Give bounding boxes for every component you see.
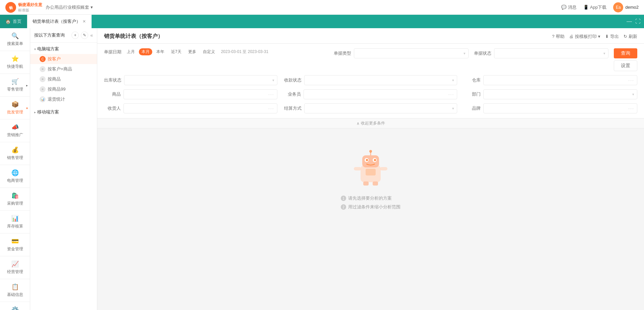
settle-label: 结算方式: [284, 105, 302, 111]
more-icon: ···: [268, 106, 274, 111]
download-icon: 📱: [583, 5, 589, 10]
tab-bar: 🏠 首页 销货单统计表（按客户） ✕ — ⛶: [0, 15, 644, 28]
type-label: 单据类型: [334, 50, 351, 56]
tab-window-controls: — ⛶: [623, 18, 644, 24]
refresh-icon: ↻: [624, 34, 627, 39]
close-icon[interactable]: ✕: [83, 19, 86, 24]
date-range-display: 2023-03-01 至 2023-03-31: [221, 49, 268, 55]
sidebar-item-finance[interactable]: 💳 资金管理: [0, 234, 30, 256]
status-label: 单据状态: [474, 50, 491, 56]
page-header: 销货单统计表（按客户） ? 帮助 🖨 按模板打印 ▾ ⬇ 导出: [97, 28, 644, 44]
more-icon: ···: [628, 78, 634, 83]
ecom-icon: 🌐: [11, 169, 19, 176]
date-tabs: 上月 本月 本年 近7天 更多 自定义 2023-03-01 至 2023-03…: [124, 48, 268, 55]
salesperson-select[interactable]: ···: [304, 89, 458, 99]
dept-filter: 部门 ▾: [464, 89, 637, 99]
tree-item-customer-goods[interactable]: ≡ 按客户+商品: [30, 64, 97, 74]
sidebar-item-basic[interactable]: 📋 基础信息: [0, 279, 30, 302]
status-select[interactable]: ▾: [494, 48, 608, 58]
sidebar-item-inventory[interactable]: 📊 库存核算: [0, 211, 30, 234]
collect-status-select[interactable]: ▾: [304, 75, 458, 85]
sidebar-item-ecom[interactable]: 🌐 电商管理: [0, 165, 30, 188]
chevron-down-icon: ▾: [272, 78, 274, 83]
sidebar-item-search[interactable]: 🔍 搜索菜单: [0, 28, 30, 51]
tree-item-by-customer[interactable]: C 按客户: [30, 54, 97, 64]
query-button[interactable]: 查询: [614, 48, 637, 58]
marketing-icon: 📣: [11, 123, 19, 131]
main-layout: 🔍 搜索菜单 ⭐ 快捷导航 🛒 零售管理 ▸ 📦 批发管理 ▾ 📣 营销推广 💰…: [0, 28, 644, 310]
date-filter-group: 单据日期 上月 本月 本年 近7天 更多 自定义 2023-03-01 至 20…: [104, 48, 328, 55]
tree-mobile-section: ▸ 移动端方案: [30, 106, 97, 118]
date-tab-7days[interactable]: 近7天: [168, 48, 184, 55]
receiver-select[interactable]: ···: [123, 103, 277, 113]
empty-tip-1: 1 请先选择要分析的方案: [341, 195, 400, 201]
logo-sub-text: 标准版: [18, 8, 42, 13]
tree-pc-header[interactable]: ▾ 电脑端方案: [30, 44, 97, 54]
refresh-button[interactable]: ↻ 刷新: [624, 34, 637, 40]
app-download-button[interactable]: 📱 App下载: [583, 4, 606, 10]
sidebar-item-quick-nav[interactable]: ⭐ 快捷导航: [0, 51, 30, 74]
tab-sales-stat[interactable]: 销货单统计表（按客户） ✕: [27, 15, 92, 28]
sidebar-item-system[interactable]: ⚙️ 系统管理: [0, 302, 30, 310]
date-tab-this-month[interactable]: 本月: [139, 48, 152, 55]
tree-pc-section: ▾ 电脑端方案 C 按客户 ≡ 按客户+商品 ≡ 按商品 ≡ 按商品: [30, 43, 97, 106]
date-tab-last-month[interactable]: 上月: [124, 48, 138, 55]
user-menu[interactable]: Ea demo2: [613, 2, 639, 12]
tree-mobile-header[interactable]: ▸ 移动端方案: [30, 107, 97, 117]
date-tab-this-year[interactable]: 本年: [154, 48, 167, 55]
goods-label: 商品: [104, 91, 121, 97]
maximize-icon[interactable]: ⛶: [635, 18, 641, 24]
export-button[interactable]: ⬇ 导出: [605, 34, 619, 40]
tree-item-return-stat[interactable]: 📊 退货统计: [30, 94, 97, 104]
dept-select[interactable]: ▾: [483, 89, 637, 99]
edit-scheme-button[interactable]: ✎: [81, 32, 88, 39]
collapse-panel-button[interactable]: «: [90, 33, 93, 38]
print-template-button[interactable]: 🖨 按模板打印 ▾: [569, 34, 600, 40]
tree-item-goods-99[interactable]: ≡ 按商品99: [30, 84, 97, 94]
settings-button[interactable]: 设置: [614, 60, 637, 71]
tree-item-label: 按商品99: [48, 86, 65, 92]
tree-item-label: 退货统计: [48, 96, 65, 102]
chevron-down-icon: ▾: [464, 51, 466, 56]
app-download-label: App下载: [590, 4, 606, 10]
empty-tip-2: 2 用过滤条件来缩小分析范围: [341, 204, 400, 210]
tab-home-label: 首页: [13, 18, 21, 24]
settle-select[interactable]: ▾: [304, 103, 458, 113]
chevron-down-icon: ▾: [91, 5, 93, 10]
brand-select[interactable]: ···: [483, 103, 637, 113]
add-scheme-button[interactable]: +: [71, 32, 79, 39]
type-select[interactable]: ▾: [354, 48, 468, 58]
collapse-bar[interactable]: ∧ 收起更多条件: [97, 118, 644, 128]
chevron-down-icon: ▾: [598, 34, 600, 39]
help-button[interactable]: ? 帮助: [552, 34, 565, 40]
warehouse-select[interactable]: ···: [483, 75, 637, 85]
right-content: 销货单统计表（按客户） ? 帮助 🖨 按模板打印 ▾ ⬇ 导出: [97, 28, 644, 310]
tip2-text: 用过滤条件来缩小分析范围: [348, 204, 400, 210]
date-tab-custom[interactable]: 自定义: [200, 48, 218, 55]
expand-icon: ▸: [34, 110, 36, 114]
sidebar-item-sales[interactable]: 💰 销售管理: [0, 142, 30, 165]
user-name: demo2: [625, 5, 639, 10]
message-button[interactable]: 💬 消息: [561, 4, 577, 10]
sidebar-item-retail[interactable]: 🛒 零售管理 ▸: [0, 74, 30, 97]
date-tab-more[interactable]: 更多: [185, 48, 199, 55]
minimize-icon[interactable]: —: [627, 18, 632, 24]
operations-icon: 📈: [11, 260, 19, 268]
sidebar-item-purchase[interactable]: 🛍️ 采购管理: [0, 188, 30, 211]
goods-select[interactable]: ···: [123, 89, 277, 99]
filter-row-2: 出库状态 ▾ 收款状态 ▾ 仓库: [104, 75, 637, 85]
warehouse-label: 仓库: [464, 77, 481, 83]
sidebar-item-operations[interactable]: 📈 经营管理: [0, 256, 30, 279]
tab-home[interactable]: 🏠 首页: [0, 15, 27, 28]
sidebar-item-wholesale[interactable]: 📦 批发管理 ▾: [0, 97, 30, 119]
goods-scheme-icon: ≡: [40, 76, 46, 82]
cg-scheme-icon: ≡: [40, 66, 46, 72]
sidebar-item-marketing[interactable]: 📣 营销推广: [0, 119, 30, 142]
tree-item-by-goods[interactable]: ≡ 按商品: [30, 74, 97, 84]
edit-icon: ✎: [83, 33, 86, 38]
finance-icon: 💳: [11, 238, 19, 245]
svg-point-9: [369, 150, 372, 153]
svg-rect-11: [373, 182, 378, 186]
breadcrumb[interactable]: 办公用品行业模拟账套 ▾: [46, 4, 93, 10]
out-status-select[interactable]: ▾: [124, 75, 277, 85]
